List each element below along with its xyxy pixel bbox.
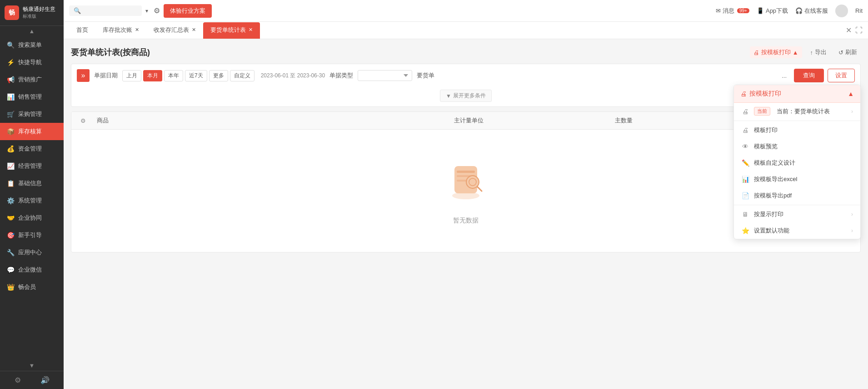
sidebar-item-label: 资金管理 bbox=[18, 145, 42, 153]
sidebar-item-nav[interactable]: ⚡ 快捷导航 bbox=[0, 54, 64, 71]
dropdown-item-template-design[interactable]: ✏️ 模板自定义设计 bbox=[734, 155, 860, 171]
app-download-btn[interactable]: 📱 App下载 bbox=[757, 7, 788, 15]
dropdown-collapse-icon[interactable]: ▲ bbox=[848, 90, 854, 97]
printer-icon-dropdown: 🖨 bbox=[740, 90, 747, 97]
topbar-gear-icon[interactable]: ⚙ bbox=[154, 6, 160, 15]
crown-icon: 👑 bbox=[6, 283, 15, 291]
topbar-search-box[interactable]: 🔍 bbox=[69, 5, 142, 16]
settings-footer-icon[interactable]: ⚙ bbox=[15, 376, 21, 384]
current-template-label: 当前：要货单统计表 bbox=[777, 107, 830, 116]
sidebar: 畅 畅康通好生意 标准版 ▲ 🔍 搜索菜单 ⚡ 快捷导航 📢 营销推广 📊 销售… bbox=[0, 0, 64, 389]
settings-button[interactable]: 设置 bbox=[828, 69, 855, 82]
template-print-btn[interactable]: 🖨 按模板打印 ▲ bbox=[750, 46, 802, 58]
date-range-display: 2023-06-01 至 2023-06-30 bbox=[261, 72, 325, 80]
refresh-icon: ↺ bbox=[838, 49, 843, 56]
page-title: 要货单统计表(按商品) bbox=[71, 47, 150, 58]
sidebar-item-finance[interactable]: 💰 资金管理 bbox=[0, 140, 64, 157]
tab-order-stats-label: 要货单统计表 bbox=[210, 26, 246, 34]
col-product: 商品 bbox=[91, 112, 391, 129]
chevron-up-icon: ▲ bbox=[793, 49, 798, 56]
sidebar-item-operations[interactable]: 📈 经营管理 bbox=[0, 157, 64, 175]
order-type-select[interactable] bbox=[358, 70, 412, 81]
date-buttons: 上月 本月 本年 近7天 更多 自定义 bbox=[122, 70, 254, 81]
sidebar-item-inventory[interactable]: 📦 库存核算 bbox=[0, 123, 64, 140]
dropdown-item-export-excel[interactable]: 📊 按模板导出excel bbox=[734, 171, 860, 187]
refresh-label: 刷新 bbox=[845, 48, 857, 56]
date-last-7[interactable]: 近7天 bbox=[185, 70, 207, 81]
more-options-btn[interactable]: ... bbox=[778, 69, 790, 82]
sidebar-item-label: 营销推广 bbox=[18, 76, 42, 84]
sidebar-item-wechat[interactable]: 💬 企业微信 bbox=[0, 261, 64, 278]
display-print-icon: 🖥 bbox=[741, 211, 749, 218]
date-custom[interactable]: 自定义 bbox=[230, 70, 254, 81]
cart-icon: 🛒 bbox=[6, 111, 15, 118]
sidebar-item-sales[interactable]: 📊 销售管理 bbox=[0, 88, 64, 106]
expand-label: 展开更多条件 bbox=[453, 92, 486, 100]
template-print-label: 按模板打印 bbox=[761, 48, 791, 56]
dropdown-current-template[interactable]: 🖨 当前 当前：要货单统计表 › bbox=[734, 103, 860, 120]
download-icon: 📱 bbox=[757, 7, 764, 14]
audio-footer-icon[interactable]: 🔊 bbox=[40, 376, 50, 384]
date-this-month[interactable]: 本月 bbox=[143, 70, 162, 81]
clipboard-icon: 📋 bbox=[6, 180, 15, 187]
avatar[interactable] bbox=[835, 5, 848, 17]
sidebar-item-system[interactable]: ⚙️ 系统管理 bbox=[0, 192, 64, 209]
trial-button[interactable]: 体验行业方案 bbox=[164, 4, 212, 18]
tab-order-stats-close[interactable]: ✕ bbox=[249, 27, 253, 33]
target-icon: 🎯 bbox=[6, 232, 15, 239]
date-prev-month[interactable]: 上月 bbox=[122, 70, 141, 81]
messages-label: 消息 bbox=[723, 7, 734, 15]
online-service-label: 在线客服 bbox=[804, 7, 828, 15]
sidebar-item-basic[interactable]: 📋 基础信息 bbox=[0, 175, 64, 192]
filter-row-1: » 单据日期 上月 本月 本年 近7天 更多 自定义 2023-06-01 至 … bbox=[77, 69, 855, 82]
date-more[interactable]: 更多 bbox=[209, 70, 228, 81]
sidebar-item-label: 应用中心 bbox=[18, 248, 42, 257]
tab-inventory-batch-close[interactable]: ✕ bbox=[135, 27, 139, 33]
expand-more-conditions[interactable]: ▼ 展开更多条件 bbox=[440, 90, 492, 102]
current-tag: 当前 bbox=[754, 107, 770, 116]
eye-icon-item2: 👁 bbox=[741, 143, 749, 150]
tab-receipt-summary-close[interactable]: ✕ bbox=[192, 27, 196, 33]
current-template-icon: 🖨 bbox=[741, 108, 749, 115]
excel-icon-item4: 📊 bbox=[741, 176, 749, 183]
sidebar-scroll-up[interactable]: ▲ bbox=[0, 26, 64, 36]
dropdown-item-set-default[interactable]: ⭐ 设置默认功能 › bbox=[734, 222, 860, 239]
search-input[interactable] bbox=[84, 8, 138, 14]
sidebar-item-guide[interactable]: 🎯 新手引导 bbox=[0, 227, 64, 244]
dropdown-title: 🖨 按模板打印 bbox=[740, 90, 781, 98]
messages-btn[interactable]: ✉ 消息 99+ bbox=[716, 7, 749, 15]
date-this-year[interactable]: 本年 bbox=[164, 70, 183, 81]
topbar-right: ✉ 消息 99+ 📱 App下载 🎧 在线客服 Rit bbox=[716, 5, 863, 17]
tab-home[interactable]: 首页 bbox=[69, 22, 95, 39]
tab-order-stats[interactable]: 要货单统计表 ✕ bbox=[203, 22, 260, 39]
query-button[interactable]: 查询 bbox=[794, 69, 824, 82]
sidebar-item-label: 基础信息 bbox=[18, 179, 42, 187]
tab-receipt-summary[interactable]: 收发存汇总表 ✕ bbox=[146, 22, 203, 39]
col-settings[interactable]: ⚙ bbox=[75, 113, 91, 129]
sidebar-item-purchase[interactable]: 🛒 采购管理 bbox=[0, 106, 64, 123]
sidebar-item-marketing[interactable]: 📢 营销推广 bbox=[0, 71, 64, 88]
filter-expand-toggle[interactable]: » bbox=[77, 69, 90, 82]
tab-inventory-batch[interactable]: 库存批次账 ✕ bbox=[95, 22, 146, 39]
sidebar-item-label: 库存核算 bbox=[18, 127, 42, 136]
logo-icon: 畅 bbox=[5, 5, 19, 20]
chevron-right-icon-current: › bbox=[851, 108, 853, 115]
dropdown-item-template-print[interactable]: 🖨 模板打印 bbox=[734, 122, 860, 138]
export-btn[interactable]: ↑ 导出 bbox=[807, 46, 831, 58]
dropdown-item-export-pdf[interactable]: 📄 按模板导出pdf bbox=[734, 187, 860, 204]
sidebar-scroll-down[interactable]: ▼ bbox=[0, 360, 64, 371]
tab-expand-icon[interactable]: ⛶ bbox=[855, 26, 863, 35]
online-service-btn[interactable]: 🎧 在线客服 bbox=[795, 7, 828, 15]
refresh-btn[interactable]: ↺ 刷新 bbox=[835, 46, 861, 58]
tab-close-all-icon[interactable]: ✕ bbox=[846, 26, 852, 35]
sidebar-item-label: 系统管理 bbox=[18, 197, 42, 205]
chevron-right-icon-default: › bbox=[851, 227, 853, 234]
sidebar-item-search[interactable]: 🔍 搜索菜单 bbox=[0, 36, 64, 54]
topbar-search-dropdown[interactable]: ▾ bbox=[145, 8, 148, 14]
dropdown-item-display-print[interactable]: 🖥 按显示打印 › bbox=[734, 206, 860, 222]
dropdown-divider-1 bbox=[734, 121, 860, 121]
dropdown-item-template-preview[interactable]: 👁 模板预览 bbox=[734, 138, 860, 155]
sidebar-item-member[interactable]: 👑 畅会员 bbox=[0, 278, 64, 296]
sidebar-item-enterprise[interactable]: 🤝 企业协同 bbox=[0, 209, 64, 227]
sidebar-item-apps[interactable]: 🔧 应用中心 bbox=[0, 244, 64, 261]
